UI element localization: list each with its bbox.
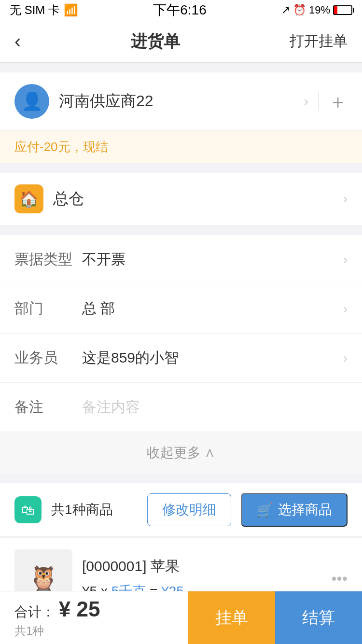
select-product-button[interactable]: 🛒 选择商品 xyxy=(241,493,348,527)
remark-row[interactable]: 备注 备注内容 xyxy=(0,382,362,432)
avatar-icon: 👤 xyxy=(21,91,43,112)
salesperson-label: 业务员 xyxy=(14,348,82,368)
hang-button[interactable]: 挂单 xyxy=(188,591,275,644)
product-count-text: 共1种商品 xyxy=(51,501,138,519)
carrier-label: 无 SIM 卡 xyxy=(10,2,60,18)
battery-percent: 19% xyxy=(309,4,330,16)
invoice-label: 票据类型 xyxy=(14,250,82,269)
supplier-chevron-icon: › xyxy=(304,94,308,109)
back-button[interactable]: ‹ xyxy=(14,30,21,52)
warehouse-row[interactable]: 🏠 总仓 › xyxy=(0,173,362,225)
salesperson-value: 这是859的小智 xyxy=(82,348,338,368)
product-count-icon: 🛍 xyxy=(14,496,42,523)
department-label: 部门 xyxy=(14,299,82,319)
department-value: 总 部 xyxy=(82,299,338,319)
invoice-chevron-icon: › xyxy=(343,252,348,267)
fields-section: 票据类型 不开票 › 部门 总 部 › 业务员 这是859的小智 › 备注 备注… xyxy=(0,235,362,474)
warehouse-section: 🏠 总仓 › xyxy=(0,173,362,225)
department-chevron-icon: › xyxy=(343,301,348,317)
supplier-divider xyxy=(318,92,319,111)
warehouse-icon: 🏠 xyxy=(14,184,43,213)
remark-label: 备注 xyxy=(14,397,82,417)
remark-input[interactable]: 备注内容 xyxy=(82,397,348,417)
invoice-row[interactable]: 票据类型 不开票 › xyxy=(0,235,362,284)
product-title: 苹果 xyxy=(151,558,180,574)
warehouse-chevron-icon: › xyxy=(343,191,348,207)
location-icon: ↗ xyxy=(281,4,290,16)
warehouse-name: 总仓 xyxy=(53,188,338,210)
status-left: 无 SIM 卡 📶 xyxy=(10,2,78,18)
supplier-notice: 应付-20元，现结 xyxy=(0,131,362,163)
status-time: 下午6:16 xyxy=(153,1,207,19)
bag-icon: 🛍 xyxy=(21,502,35,518)
battery-icon xyxy=(333,5,352,15)
product-name: [0000001] 苹果 xyxy=(82,557,331,576)
supplier-row[interactable]: 👤 河南供应商22 › ＋ xyxy=(0,72,362,131)
product-more-button[interactable]: ••• xyxy=(331,570,348,588)
alarm-icon: ⏰ xyxy=(293,4,306,16)
collapse-bar[interactable]: 收起更多 ∧ xyxy=(0,432,362,474)
add-supplier-button[interactable]: ＋ xyxy=(328,88,348,115)
product-thumb-logo: 🦉 xyxy=(28,564,58,592)
supplier-avatar: 👤 xyxy=(14,84,49,119)
cart-icon: 🛒 xyxy=(256,502,273,518)
status-right: ↗ ⏰ 19% xyxy=(281,4,352,16)
status-bar: 无 SIM 卡 📶 下午6:16 ↗ ⏰ 19% xyxy=(0,0,362,20)
footer-total: 合计： ¥ 25 共1种 xyxy=(0,597,188,639)
salesperson-row[interactable]: 业务员 这是859的小智 › xyxy=(0,333,362,382)
product-header: 🛍 共1种商品 修改明细 🛒 选择商品 xyxy=(0,483,362,536)
total-amount: ¥ 25 xyxy=(59,597,100,621)
settle-button[interactable]: 结算 xyxy=(275,591,362,644)
product-code: [0000001] xyxy=(82,558,146,574)
total-label: 合计： xyxy=(14,604,55,619)
department-row[interactable]: 部门 总 部 › xyxy=(0,284,362,333)
page-title: 进货单 xyxy=(131,30,180,53)
select-product-label: 选择商品 xyxy=(278,501,332,519)
supplier-section: 👤 河南供应商22 › ＋ 应付-20元，现结 xyxy=(0,72,362,163)
edit-detail-button[interactable]: 修改明细 xyxy=(147,493,231,526)
salesperson-chevron-icon: › xyxy=(343,350,348,366)
footer: 合计： ¥ 25 共1种 挂单 结算 xyxy=(0,591,362,644)
supplier-name: 河南供应商22 xyxy=(59,91,299,112)
open-hang-button[interactable]: 打开挂单 xyxy=(290,31,348,51)
wifi-icon: 📶 xyxy=(64,3,78,17)
nav-bar: ‹ 进货单 打开挂单 xyxy=(0,20,362,63)
total-sub: 共1种 xyxy=(14,623,174,639)
invoice-value: 不开票 xyxy=(82,250,338,269)
